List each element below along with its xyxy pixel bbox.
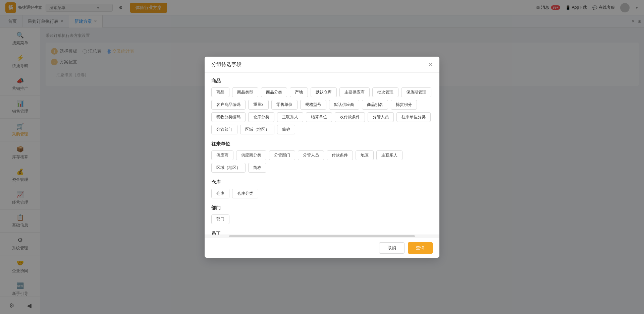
field-tag-goods-24[interactable]: 简称 (277, 125, 295, 134)
field-tag-goods-15[interactable]: 税收分类编码 (211, 112, 246, 122)
modal-header: 分组待选字段 ✕ (205, 57, 439, 73)
field-tag-partner-2[interactable]: 分管部门 (269, 150, 295, 160)
field-tag-partner-3[interactable]: 分管人员 (298, 150, 324, 160)
field-tag-goods-0[interactable]: 商品 (211, 87, 229, 97)
field-group-partner-title: 往来单位 (211, 141, 433, 147)
field-tag-goods-13[interactable]: 商品别名 (362, 100, 388, 110)
field-tag-goods-20[interactable]: 分管人员 (368, 112, 394, 122)
field-tag-goods-8[interactable]: 客户商品编码 (211, 100, 246, 110)
field-tag-goods-16[interactable]: 仓库分类 (248, 112, 274, 122)
field-tag-goods-10[interactable]: 零售单位 (271, 100, 298, 110)
field-tag-warehouse-0[interactable]: 仓库 (211, 189, 229, 198)
field-tag-goods-6[interactable]: 批次管理 (372, 87, 398, 97)
cancel-button[interactable]: 取消 (379, 242, 405, 254)
field-tag-goods-17[interactable]: 主联系人 (277, 112, 303, 122)
modal-body: 商品 商品 商品类型 商品分类 产地 默认仓库 主要供应商 批次管理 保质期管理… (205, 73, 439, 235)
field-tag-warehouse-1[interactable]: 仓库分类 (232, 189, 258, 198)
field-group-goods: 商品 商品 商品类型 商品分类 产地 默认仓库 主要供应商 批次管理 保质期管理… (211, 78, 433, 134)
field-tag-partner-6[interactable]: 主联系人 (376, 150, 402, 160)
field-tag-goods-23[interactable]: 区域（地区） (240, 125, 274, 134)
modal-footer: 取消 查询 (205, 238, 439, 258)
field-group-goods-title: 商品 (211, 78, 433, 84)
field-tag-goods-4[interactable]: 默认仓库 (311, 87, 337, 97)
field-group-staff-title: 员工 (211, 231, 433, 235)
field-tags-partner: 供应商 供应商分类 分管部门 分管人员 付款条件 地区 主联系人 区域（地区） … (211, 150, 433, 173)
field-select-modal: 分组待选字段 ✕ 商品 商品 商品类型 商品分类 产地 默认仓库 主要供应商 批… (205, 57, 439, 258)
field-group-dept-title: 部门 (211, 205, 433, 211)
modal-title: 分组待选字段 (211, 61, 241, 68)
field-tag-goods-21[interactable]: 往来单位分类 (396, 112, 431, 122)
modal-close-button[interactable]: ✕ (428, 61, 433, 68)
field-group-dept: 部门 部门 (211, 205, 433, 224)
field-tag-goods-18[interactable]: 结算单位 (306, 112, 332, 122)
field-tag-goods-3[interactable]: 产地 (290, 87, 308, 97)
field-tag-goods-1[interactable]: 商品类型 (232, 87, 258, 97)
field-tags-warehouse: 仓库 仓库分类 (211, 189, 433, 198)
field-tag-goods-9[interactable]: 重量3 (248, 100, 269, 110)
field-group-warehouse: 仓库 仓库 仓库分类 (211, 179, 433, 198)
field-tag-partner-0[interactable]: 供应商 (211, 150, 233, 160)
field-tag-goods-2[interactable]: 商品分类 (261, 87, 287, 97)
field-tag-partner-5[interactable]: 地区 (356, 150, 374, 160)
field-tags-goods: 商品 商品类型 商品分类 产地 默认仓库 主要供应商 批次管理 保质期管理 客户… (211, 87, 433, 134)
modal-hscroll-thumb (229, 235, 415, 237)
field-tag-goods-5[interactable]: 主要供应商 (339, 87, 370, 97)
confirm-button[interactable]: 查询 (408, 242, 433, 254)
field-group-warehouse-title: 仓库 (211, 179, 433, 185)
field-tag-partner-7[interactable]: 区域（地区） (211, 163, 246, 173)
field-tag-goods-19[interactable]: 收付款条件 (335, 112, 365, 122)
field-tag-goods-12[interactable]: 默认供应商 (329, 100, 359, 110)
modal-hscroll[interactable] (205, 235, 439, 238)
field-tag-dept-0[interactable]: 部门 (211, 214, 229, 224)
field-tags-dept: 部门 (211, 214, 433, 224)
modal-overlay: 分组待选字段 ✕ 商品 商品 商品类型 商品分类 产地 默认仓库 主要供应商 批… (0, 0, 644, 314)
field-tag-partner-1[interactable]: 供应商分类 (236, 150, 266, 160)
field-group-staff: 员工 业务员 (211, 231, 433, 235)
field-tag-goods-14[interactable]: 拣货积分 (391, 100, 417, 110)
field-group-partner: 往来单位 供应商 供应商分类 分管部门 分管人员 付款条件 地区 主联系人 区域… (211, 141, 433, 173)
field-tag-goods-22[interactable]: 分管部门 (211, 125, 237, 134)
field-tag-partner-4[interactable]: 付款条件 (327, 150, 353, 160)
field-tag-goods-11[interactable]: 规格型号 (300, 100, 326, 110)
field-tag-goods-7[interactable]: 保质期管理 (401, 87, 431, 97)
field-tag-partner-8[interactable]: 简称 (248, 163, 266, 173)
